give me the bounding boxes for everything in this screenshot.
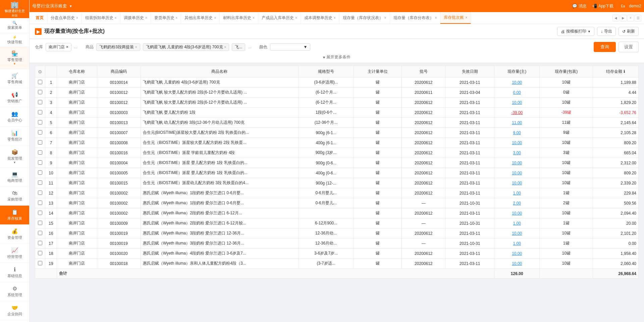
tab-material-out[interactable]: 材料出库单历史 × <box>220 12 258 24</box>
row-checkbox-cell[interactable] <box>35 238 45 249</box>
disassemble-close[interactable]: × <box>115 16 117 20</box>
row-checkbox-cell[interactable] <box>35 118 45 128</box>
export-button[interactable]: ↓ 导出 <box>597 27 616 36</box>
row-checkbox-cell[interactable] <box>35 259 45 269</box>
cost-adj-close[interactable]: × <box>334 16 336 20</box>
user-profile[interactable]: Ea demo2 <box>619 2 641 10</box>
sidebar-item-basic[interactable]: ℹ 基础信息 <box>0 263 29 282</box>
app-download-btn[interactable]: 📲 App下载 <box>592 3 613 9</box>
tab-batch-ledger[interactable]: 库存批次账 × <box>440 12 471 24</box>
product-tag-0[interactable]: 飞鹤奶粉3段两提装 × <box>96 43 140 51</box>
tab-disassemble-history[interactable]: 组装拆卸单历史 × <box>82 12 120 24</box>
sidebar-item-retail-stats[interactable]: 📊 零售统计 <box>0 126 29 146</box>
other-out-close[interactable]: × <box>214 16 216 20</box>
sidebar-item-newguide[interactable]: 🎯 新手引导 <box>0 320 29 322</box>
row-checkbox[interactable] <box>38 140 42 145</box>
row-checkbox-cell[interactable] <box>35 198 45 208</box>
tab-cost-adj[interactable]: 成本调整单历史 × <box>301 12 339 24</box>
message-btn[interactable]: 💬 消息 <box>572 3 587 9</box>
row-checkbox-cell[interactable] <box>35 138 45 148</box>
product-tag-1-close[interactable]: × <box>224 45 226 49</box>
tab-home[interactable]: 首页 <box>32 12 47 24</box>
sidebar-item-search[interactable]: 🔍 搜索英单 <box>0 18 29 33</box>
split-history-close[interactable]: × <box>76 16 78 20</box>
row-checkbox[interactable] <box>38 231 42 235</box>
sidebar-item-enterprise[interactable]: 🤝 企业协同 <box>0 301 29 320</box>
mix-close[interactable]: × <box>145 16 147 20</box>
print-button[interactable]: 🖨 按模板打印 ▼ <box>557 27 594 36</box>
row-checkbox[interactable] <box>38 130 42 135</box>
sidebar-item-retail-mall[interactable]: 🛒 零售商城 <box>0 69 29 88</box>
row-checkbox[interactable] <box>38 201 42 205</box>
sidebar-item-ecommerce[interactable]: 💻 电商管理 <box>0 168 29 187</box>
row-qty-main[interactable]: 10.00 <box>494 77 540 88</box>
tab-split-history[interactable]: 分盘点单历史 × <box>47 12 82 24</box>
sidebar-item-marketing[interactable]: 📢 营销推广 <box>0 88 29 107</box>
row-checkbox[interactable] <box>38 241 42 245</box>
sidebar-item-member[interactable]: 👥 会员中心 <box>0 107 29 126</box>
row-qty-main[interactable]: 3.00 <box>494 148 540 158</box>
sidebar-item-system[interactable]: ⚙ 系统管理 <box>0 282 29 301</box>
nav-menu[interactable]: ☰ <box>635 15 641 21</box>
row-qty-main[interactable]: -39.00 <box>494 108 540 118</box>
row-checkbox-cell[interactable] <box>35 178 45 188</box>
expand-conditions-btn[interactable]: ▾ 展开更多条件 <box>35 54 639 60</box>
color-dropdown[interactable]: ▼ <box>270 43 310 51</box>
row-checkbox[interactable] <box>38 80 42 84</box>
row-qty-main[interactable]: 10.00 <box>494 228 540 238</box>
row-qty-main[interactable]: 11.00 <box>494 118 540 128</box>
query-button[interactable]: 查询 <box>594 42 616 52</box>
row-checkbox[interactable] <box>38 100 42 104</box>
row-checkbox[interactable] <box>38 251 42 255</box>
row-qty-main[interactable]: 10.00 <box>494 158 540 168</box>
row-qty-main[interactable]: 2.00 <box>494 198 540 208</box>
nav-next[interactable]: ▶ <box>620 15 627 21</box>
row-checkbox-cell[interactable] <box>35 218 45 228</box>
warehouse-tag[interactable]: 南岸门店 × <box>46 43 71 51</box>
setting-button[interactable]: 设置 <box>619 42 639 52</box>
row-qty-main[interactable]: 10.00 <box>494 249 540 259</box>
row-checkbox[interactable] <box>38 191 42 195</box>
row-qty-main[interactable]: 1.00 <box>494 188 540 198</box>
row-checkbox-cell[interactable] <box>35 168 45 178</box>
row-checkbox-cell[interactable] <box>35 158 45 168</box>
row-qty-main[interactable]: 10.00 <box>494 98 540 108</box>
row-checkbox[interactable] <box>38 180 42 185</box>
batch-ledger-close[interactable]: × <box>465 16 467 19</box>
settings-icon[interactable]: ⚙ <box>38 69 42 74</box>
row-checkbox[interactable] <box>38 211 42 215</box>
tab-product-in[interactable]: 产成品入库单历史 × <box>258 12 301 24</box>
th-settings[interactable]: ⚙ <box>35 66 45 77</box>
nav-close[interactable]: × <box>627 15 634 21</box>
sidebar-item-purchase[interactable]: 🛍 采购管理 <box>0 187 29 206</box>
tab-stock-dist[interactable]: 现存量（库存分布表） × <box>390 12 441 24</box>
refresh-button[interactable]: ↺ 刷新 <box>619 27 639 36</box>
material-out-close[interactable]: × <box>253 16 255 20</box>
row-checkbox[interactable] <box>38 110 42 114</box>
row-checkbox[interactable] <box>38 160 42 165</box>
row-checkbox-cell[interactable] <box>35 188 45 198</box>
row-checkbox-cell[interactable] <box>35 228 45 238</box>
topbar-dropdown-icon[interactable]: ▼ <box>69 4 72 8</box>
row-checkbox-cell[interactable] <box>35 208 45 218</box>
row-qty-main[interactable]: 10.00 <box>494 259 540 269</box>
product-tag-1[interactable]: 飞鹤星飞帆 儿童奶粉 4段(3-6岁适用) 700克 × <box>143 43 229 51</box>
row-checkbox-cell[interactable] <box>35 98 45 108</box>
row-checkbox[interactable] <box>38 90 42 94</box>
row-checkbox-cell[interactable] <box>35 77 45 88</box>
row-qty-main[interactable]: 1.00 <box>494 218 540 228</box>
product-in-close[interactable]: × <box>295 16 297 20</box>
sidebar-item-retail[interactable]: 🏪 零售管理 ▼ <box>0 47 29 69</box>
row-qty-main[interactable]: 0.00 <box>494 88 540 98</box>
sidebar-item-finance[interactable]: 💰 资金管理 <box>0 225 29 244</box>
row-checkbox[interactable] <box>38 120 42 124</box>
row-qty-main[interactable]: 10.00 <box>494 208 540 218</box>
row-qty-main[interactable]: 1.00 <box>494 238 540 249</box>
row-checkbox-cell[interactable] <box>35 148 45 158</box>
nav-prev[interactable]: ◀ <box>612 15 619 21</box>
tab-other-out[interactable]: 其他出库单历史 × <box>181 12 220 24</box>
warehouse-close-btn[interactable]: × <box>66 45 68 49</box>
row-checkbox[interactable] <box>38 221 42 225</box>
tab-req-history[interactable]: 要货单历史 × <box>151 12 181 24</box>
row-qty-main[interactable]: 10.00 <box>494 138 540 148</box>
